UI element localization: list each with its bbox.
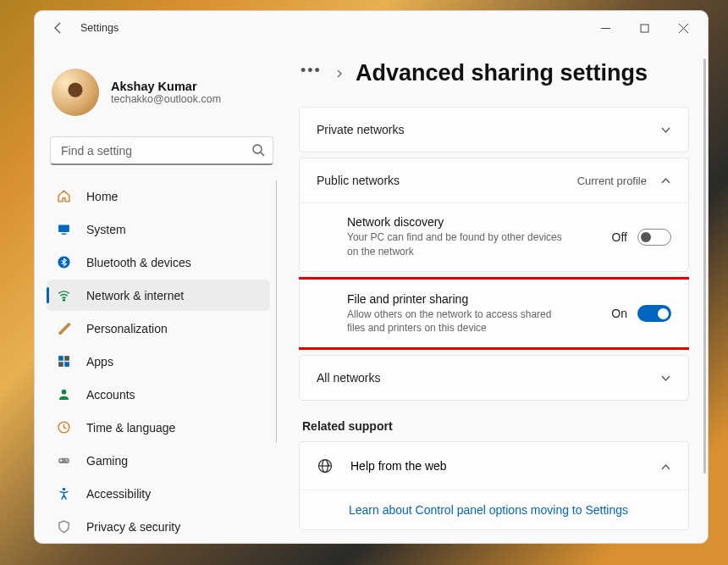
card-title: All networks [317,371,380,385]
nav-label: Time & language [86,421,175,435]
settings-window: Settings Akshay Kumar techakko@outlook.c… [34,10,709,544]
gamepad-icon [57,453,71,468]
toggle-state-label: On [611,307,627,320]
nav-list: Home System Bluetooth & devices Network … [47,180,270,542]
nav-label: Apps [86,355,113,368]
toggle-network-discovery[interactable] [637,229,671,246]
highlight-file-printer-sharing: File and printer sharing Allow others on… [299,277,689,351]
row-file-printer-sharing: File and printer sharing Allow others on… [299,280,689,348]
nav-label: Gaming [86,454,128,468]
svg-point-14 [62,390,67,395]
card-public-networks: Public networks Current profile Network … [299,158,689,272]
svg-line-5 [261,152,264,156]
svg-rect-1 [641,25,648,32]
shield-icon [57,519,71,534]
nav-item-accessibility[interactable]: Accessibility [47,478,270,509]
profile-name: Akshay Kumar [111,80,221,93]
search-input[interactable] [50,136,273,165]
nav-label: Accounts [86,388,135,402]
link-control-panel[interactable]: Learn about Control panel options moving… [349,503,628,517]
nav-item-accounts[interactable]: Accounts [47,379,270,410]
search-box [50,136,273,165]
help-link-row: Learn about Control panel options moving… [300,490,688,529]
person-icon [57,387,71,402]
wifi-icon [57,288,71,302]
setting-title: Network discovery [347,215,597,229]
setting-desc: Your PC can find and be found by other d… [347,229,567,259]
main-panel: ••• Advanced sharing settings Private ne… [289,45,708,543]
nav-item-gaming[interactable]: Gaming [47,445,270,476]
nav-label: Network & internet [86,289,184,302]
bluetooth-icon [57,255,71,269]
svg-point-4 [253,145,262,153]
card-title: Public networks [317,174,400,187]
toggle-state-label: Off [612,230,627,244]
setting-desc: Allow others on the network to access sh… [347,306,567,336]
svg-rect-6 [58,225,69,233]
window-title: Settings [80,22,119,34]
svg-point-19 [63,488,66,491]
card-help: Help from the web Learn about Control pa… [299,441,689,530]
accessibility-icon [57,486,71,501]
nav-item-privacy[interactable]: Privacy & security [47,511,270,542]
system-icon [57,222,71,236]
breadcrumb: ••• Advanced sharing settings [299,60,689,86]
chevron-up-icon [660,461,671,472]
apps-icon [57,354,71,368]
card-public-header[interactable]: Public networks Current profile [300,158,688,202]
chevron-up-icon [660,175,671,186]
help-header[interactable]: Help from the web [300,442,688,490]
svg-rect-10 [58,356,63,361]
page-title: Advanced sharing settings [356,60,648,86]
svg-point-18 [67,461,68,462]
svg-point-17 [66,459,67,460]
search-icon [251,143,265,157]
svg-rect-12 [58,362,63,367]
chevron-down-icon [660,125,671,136]
main-scrollbar[interactable] [703,58,706,474]
card-private-networks[interactable]: Private networks [299,107,689,152]
nav-item-personalization[interactable]: Personalization [47,313,270,344]
card-title: Private networks [317,123,404,136]
clock-icon [57,420,71,435]
nav-item-time[interactable]: Time & language [47,412,270,443]
nav-label: System [86,223,126,236]
home-icon [57,189,71,203]
close-button[interactable] [664,11,703,45]
profile-block[interactable]: Akshay Kumar techakko@outlook.com [47,53,277,136]
setting-title: File and printer sharing [347,292,596,306]
profile-email: techakko@outlook.com [111,93,221,105]
sidebar-scrollbar[interactable] [276,180,277,443]
svg-rect-11 [64,356,69,361]
breadcrumb-ellipsis[interactable]: ••• [299,62,323,85]
nav-label: Accessibility [86,487,151,501]
nav-label: Home [86,190,118,203]
chevron-down-icon [660,373,671,384]
svg-point-9 [63,299,65,301]
nav-item-bluetooth[interactable]: Bluetooth & devices [47,246,270,278]
card-all-networks[interactable]: All networks [299,355,689,401]
avatar [52,69,99,116]
help-title: Help from the web [350,459,643,473]
nav-label: Bluetooth & devices [86,256,191,269]
nav-item-home[interactable]: Home [47,180,270,212]
svg-rect-13 [64,362,69,367]
minimize-button[interactable] [586,11,625,45]
globe-icon [317,457,334,474]
nav-item-network[interactable]: Network & internet [47,280,270,311]
back-button[interactable] [52,21,65,35]
brush-icon [57,321,71,335]
row-network-discovery: Network discovery Your PC can find and b… [300,202,688,271]
current-profile-badge: Current profile [577,174,647,187]
svg-rect-7 [62,233,67,234]
toggle-file-printer-sharing[interactable] [637,305,671,322]
maximize-button[interactable] [625,11,664,45]
titlebar: Settings [35,11,708,45]
section-related-label: Related support [302,419,689,433]
chevron-right-icon [335,66,344,81]
nav-item-system[interactable]: System [47,213,270,245]
nav-item-apps[interactable]: Apps [47,346,270,377]
nav-label: Privacy & security [86,520,180,534]
nav-label: Personalization [86,322,168,335]
sidebar: Akshay Kumar techakko@outlook.com Home [35,45,289,543]
